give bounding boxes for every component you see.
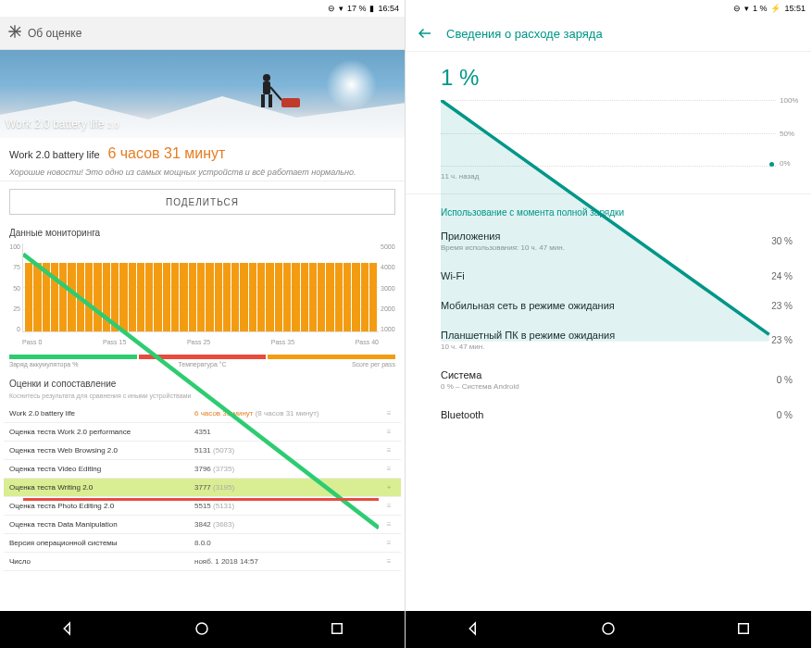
svg-point-9 — [196, 623, 207, 634]
recent-nav-icon[interactable] — [329, 620, 345, 639]
wifi-icon: ▾ — [339, 4, 344, 13]
hero-version: 2.0 — [107, 120, 119, 130]
nav-bar — [406, 611, 811, 648]
yr-tick: 1000 — [381, 326, 399, 332]
svg-point-13 — [603, 623, 614, 634]
svg-line-7 — [23, 255, 379, 529]
x-tick: Pass 40 — [356, 339, 379, 345]
back-icon[interactable] — [417, 25, 433, 44]
recent-nav-icon[interactable] — [735, 620, 752, 639]
more-icon[interactable]: ≡ — [382, 502, 395, 510]
hero-banner: Work 2.0 battery life 2.0 — [0, 50, 405, 138]
yl-tick: 100 — [7, 243, 20, 250]
svg-point-1 — [263, 74, 270, 81]
item-name: Bluetooth — [441, 409, 777, 420]
yr-tick: 5000 — [381, 243, 399, 250]
page-title: Сведения о расходе заряда — [446, 27, 603, 41]
monitoring-title: Данные мониторинга — [0, 222, 405, 240]
battery-chart[interactable]: 100% 50% 0% — [441, 100, 776, 167]
result-message: Хорошие новости! Это одно из самых мощны… — [9, 168, 395, 177]
svg-rect-6 — [281, 98, 300, 107]
clock: 16:54 — [378, 4, 399, 13]
plus-icon[interactable]: + — [382, 483, 395, 492]
yr-tick: 2000 — [381, 305, 399, 312]
do-not-disturb-icon: ⊖ — [328, 4, 335, 13]
result-summary: Work 2.0 battery life 6 часов 31 минут Х… — [0, 138, 405, 181]
result-title: Work 2.0 battery life — [9, 149, 100, 160]
more-icon[interactable]: ≡ — [382, 409, 395, 417]
x-tick: Pass 15 — [103, 339, 126, 345]
status-bar: ⊖ ▾ 17 % ▮ 16:54 — [0, 0, 405, 17]
x-tick: Pass 25 — [187, 339, 210, 345]
yl-tick: 50 — [7, 285, 20, 292]
x-tick: Pass 35 — [271, 339, 294, 345]
more-icon[interactable]: ≡ — [382, 557, 395, 566]
more-icon[interactable]: ≡ — [382, 446, 395, 455]
yl-tick: 0 — [7, 326, 20, 332]
app-bar: Сведения о расходе заряда — [406, 17, 811, 52]
item-sub: 0 % – Система Android — [441, 382, 777, 391]
do-not-disturb-icon: ⊖ — [733, 4, 741, 13]
back-nav-icon[interactable] — [465, 620, 481, 639]
y-tick: 50% — [780, 130, 807, 138]
more-icon[interactable]: ≡ — [382, 539, 395, 547]
yl-tick: 75 — [7, 264, 20, 270]
more-icon[interactable]: ≡ — [382, 465, 395, 473]
benchmark-screen: ⊖ ▾ 17 % ▮ 16:54 Об оценке Work 2.0 batt… — [0, 0, 406, 648]
hero-title: Work 2.0 battery life — [6, 118, 105, 131]
y-tick: 100% — [780, 96, 807, 105]
more-icon[interactable]: ≡ — [382, 428, 395, 436]
battery-icon: ▮ — [369, 4, 374, 13]
battery-screen: ⊖ ▾ 1 % ⚡ 15:51 Сведения о расходе заряд… — [406, 0, 811, 648]
result-value: 6 часов 31 минут — [107, 145, 225, 161]
usage-item[interactable]: Bluetooth0 % — [406, 400, 811, 430]
svg-rect-3 — [261, 94, 265, 107]
battery-pct: 1 % — [753, 4, 768, 13]
svg-rect-14 — [739, 624, 749, 634]
share-button[interactable]: ПОДЕЛИТЬСЯ — [9, 189, 395, 215]
nav-bar — [0, 611, 405, 648]
svg-marker-0 — [0, 96, 405, 138]
yr-tick: 3000 — [381, 285, 399, 292]
item-name: Система — [441, 369, 777, 380]
svg-rect-4 — [269, 94, 272, 107]
battery-pct: 17 % — [347, 4, 367, 13]
wifi-icon: ▾ — [744, 4, 749, 13]
home-nav-icon[interactable] — [600, 620, 617, 639]
snowflake-icon — [7, 24, 22, 42]
clock: 15:51 — [784, 4, 806, 13]
item-value: 0 % — [777, 410, 793, 420]
monitoring-chart: 100 75 50 25 0 5000 4000 3000 2000 1000 — [0, 240, 405, 351]
battery-charging-icon: ⚡ — [770, 4, 781, 13]
page-title: Об оценке — [28, 27, 81, 40]
item-sub: 10 ч. 47 мин. — [441, 343, 771, 351]
home-nav-icon[interactable] — [194, 620, 210, 639]
x-tick: Pass 0 — [22, 339, 42, 345]
status-bar: ⊖ ▾ 1 % ⚡ 15:51 — [406, 0, 811, 17]
yr-tick: 4000 — [381, 264, 399, 270]
y-tick: 0% — [780, 159, 807, 168]
back-nav-icon[interactable] — [59, 620, 76, 639]
item-value: 0 % — [777, 375, 793, 385]
app-bar: Об оценке — [0, 17, 405, 50]
svg-rect-2 — [263, 81, 270, 94]
svg-rect-10 — [332, 624, 343, 634]
yl-tick: 25 — [7, 305, 20, 312]
usage-item[interactable]: Система0 % – Система Android0 % — [406, 360, 811, 400]
battery-percentage: 1 % — [406, 52, 811, 94]
more-icon[interactable]: ≡ — [382, 520, 395, 529]
